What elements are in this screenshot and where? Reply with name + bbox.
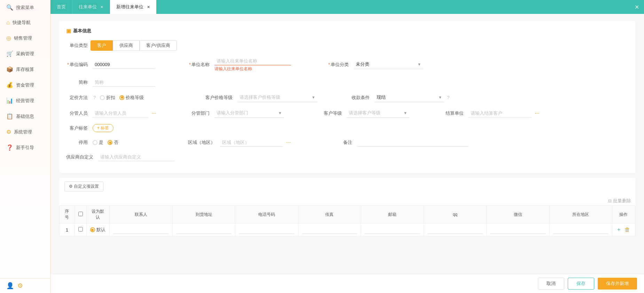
customer-price-select[interactable]: 请选择客户价格等级 ▼	[237, 93, 317, 102]
manager-input[interactable]	[93, 109, 148, 117]
th-email: 邮箱	[361, 206, 424, 223]
dept-select[interactable]: 请输入分管部门 ▼	[214, 108, 284, 118]
category-select[interactable]: 未分类 ▼	[354, 60, 423, 69]
customer-level-select[interactable]: 请选择客户等级 ▼	[347, 108, 409, 118]
row-checkbox[interactable]	[78, 227, 83, 231]
operations-icon: 📊	[6, 97, 13, 104]
contact-cell[interactable]	[110, 223, 172, 236]
name-input[interactable]	[214, 57, 291, 65]
email-cell[interactable]	[361, 223, 424, 236]
sidebar-search[interactable]: 🔍 搜索菜单	[0, 0, 50, 15]
delete-row-btn[interactable]: 🗑	[625, 227, 630, 233]
address-input[interactable]	[176, 226, 231, 234]
field-tag: 客户标签 + 标签	[66, 124, 628, 132]
tab-bar: 首页 往来单位 ✕ 新增往来单位 ✕ ✕	[50, 0, 644, 14]
region-more-btn[interactable]: ···	[285, 139, 292, 146]
sidebar-item-inventory[interactable]: 📦 库存核算	[0, 62, 50, 77]
seq-cell: 1	[60, 223, 75, 236]
th-actions: 操作	[612, 206, 635, 223]
fax-cell[interactable]	[298, 223, 361, 236]
code-input[interactable]	[93, 60, 155, 69]
supplier-custom-input[interactable]	[98, 153, 175, 161]
save-button[interactable]: 保存	[568, 278, 594, 290]
contacts-table: 序号 设为默认 联系人 到货地址 电话号码 传真 邮箱 qq 微信 所在地区	[59, 205, 635, 236]
close-new-partner-tab-icon[interactable]: ✕	[147, 5, 150, 9]
add-tag-btn[interactable]: + 标签	[93, 124, 113, 132]
payment-select[interactable]: 现结 ▼	[375, 93, 444, 102]
sidebar-item-system[interactable]: ⚙ 系统管理	[0, 124, 50, 140]
unit-type-row: 单位类型 客户 供应商 客户/供应商	[66, 40, 628, 51]
category-value: 未分类	[356, 61, 369, 67]
tab-new-partner[interactable]: 新增往来单位 ✕	[110, 0, 156, 14]
email-input[interactable]	[364, 226, 420, 234]
remark-input[interactable]	[357, 138, 469, 147]
wechat-input[interactable]	[490, 226, 545, 234]
abbr-input[interactable]	[93, 78, 155, 87]
fax-input[interactable]	[302, 226, 357, 234]
field-category: *单位分类 未分类 ▼	[327, 60, 628, 69]
abbr-label: 简称	[66, 79, 91, 86]
sidebar-item-label: 新手引导	[16, 145, 34, 151]
btn-supplier[interactable]: 供应商	[113, 40, 140, 51]
th-contact: 联系人	[110, 206, 172, 223]
settlement-input[interactable]	[469, 109, 531, 117]
customer-level-label: 客户等级	[320, 110, 345, 116]
settings-icon[interactable]: ⚙	[17, 282, 23, 290]
tag-label: 客户标签	[66, 125, 91, 131]
pricing-help-icon[interactable]: ?	[93, 95, 96, 100]
sidebar-item-sales[interactable]: ◎ 销售管理	[0, 30, 50, 46]
phone-cell[interactable]	[235, 223, 298, 236]
btn-both[interactable]: 客户/供应商	[140, 40, 177, 51]
add-row-btn[interactable]: +	[617, 227, 620, 233]
tab-home[interactable]: 首页	[50, 0, 72, 14]
address-cell[interactable]	[172, 223, 235, 236]
close-partners-tab-icon[interactable]: ✕	[100, 5, 103, 9]
sidebar-item-label: 经营管理	[16, 98, 34, 104]
radio-discount[interactable]: 折扣	[100, 95, 115, 101]
radio-yes[interactable]: 是	[93, 139, 103, 146]
required-star: *	[67, 62, 69, 67]
phone-input[interactable]	[239, 226, 294, 234]
name-label: *单位名称	[188, 62, 212, 68]
qq-input[interactable]	[427, 226, 483, 234]
sidebar-item-finance[interactable]: 💰 资金管理	[0, 77, 50, 93]
payment-help-icon[interactable]: ?	[447, 95, 449, 100]
row-supplier-custom: 供应商自定义	[66, 153, 628, 161]
sidebar-item-guide[interactable]: ❓ 新手引导	[0, 140, 50, 155]
btn-customer[interactable]: 客户	[91, 40, 113, 51]
radio-yes-circle	[93, 140, 97, 145]
contact-input[interactable]	[113, 226, 168, 234]
radio-no-label: 否	[114, 139, 118, 146]
default-cell: 默认	[86, 223, 110, 236]
select-all-checkbox[interactable]	[78, 212, 83, 216]
manager-more-btn[interactable]: ···	[150, 110, 158, 116]
radio-price-level[interactable]: 价格等级	[119, 95, 144, 101]
row-region-input[interactable]	[553, 226, 608, 234]
name-error-msg: 请输入往来单位名称	[214, 66, 317, 72]
custom-settings-btn[interactable]: ⚙ 自定义项设置	[64, 181, 103, 192]
wechat-cell[interactable]	[487, 223, 549, 236]
section-title: 基本信息	[73, 28, 91, 34]
region-input[interactable]	[220, 138, 283, 147]
close-all-tabs[interactable]: ✕	[630, 0, 644, 14]
sidebar-item-operations[interactable]: 📊 经营管理	[0, 93, 50, 108]
chevron-down-icon2: ▼	[312, 95, 315, 99]
save-new-button[interactable]: 保存并新增	[598, 278, 637, 290]
batch-delete-label[interactable]: 批量删除	[613, 198, 631, 204]
row-region-cell[interactable]	[549, 223, 612, 236]
settlement-more-btn[interactable]: ···	[533, 110, 541, 116]
field-dept: 分管部门 请输入分管部门 ▼	[188, 108, 310, 118]
tab-partners[interactable]: 往来单位 ✕	[72, 0, 110, 14]
sidebar-item-basic-info[interactable]: 📋 基础信息	[0, 108, 50, 124]
supplier-custom-label: 供应商自定义	[66, 154, 96, 160]
cancel-button[interactable]: 取消	[538, 278, 564, 290]
qq-cell[interactable]	[424, 223, 487, 236]
field-disabled: 停用 是 否	[66, 139, 178, 146]
radio-no[interactable]: 否	[108, 139, 118, 146]
sidebar-item-quick-nav[interactable]: ⌂ 快捷导航	[0, 15, 50, 30]
sidebar-item-purchase[interactable]: 🛒 采购管理	[0, 46, 50, 62]
row-code-name-category: *单位编码 *单位名称 请输入往来单位名称	[66, 57, 628, 72]
table-row: 1 默认	[60, 223, 635, 236]
default-radio[interactable]: 默认	[90, 227, 106, 233]
customer-level-placeholder: 请选择客户等级	[349, 110, 380, 116]
